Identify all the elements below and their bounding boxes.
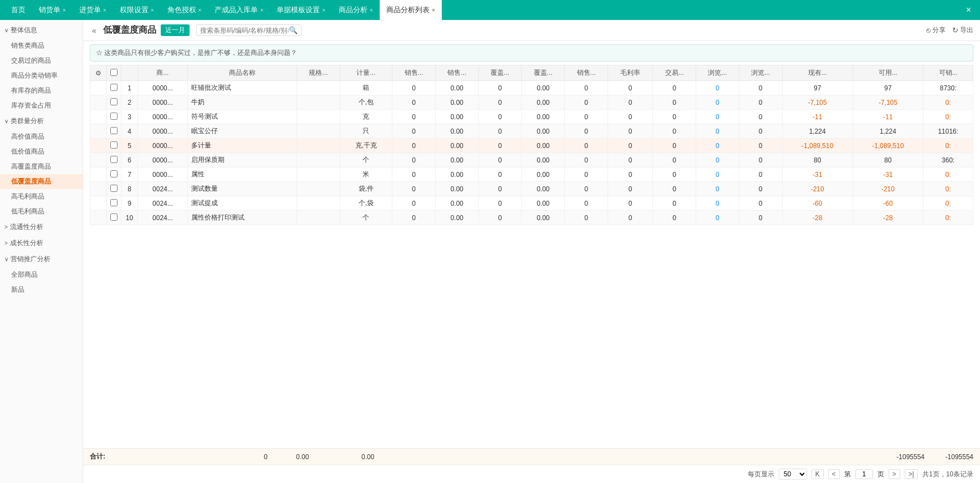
col-browse1[interactable]: 浏览... <box>696 65 739 81</box>
col-product-name[interactable]: 商品名称 <box>187 65 297 81</box>
nav-item-analysis-list[interactable]: 商品分析列表 × <box>380 0 442 20</box>
col-code[interactable]: 商... <box>138 65 188 81</box>
col-sales-qty[interactable]: 销售... <box>392 65 436 81</box>
cell-num: 7 <box>121 167 138 182</box>
nav-item-sales[interactable]: 销货单 × <box>32 0 73 20</box>
page-number-input[interactable] <box>855 469 873 479</box>
close-analysis-icon[interactable]: × <box>370 7 373 13</box>
sidebar-item-category-rate[interactable]: 商品分类动销率 <box>0 68 83 83</box>
cell-check[interactable] <box>107 153 121 167</box>
export-button[interactable]: ↻ 导出 <box>952 26 973 35</box>
sidebar-section-group-analysis[interactable]: ∨ 类群量分析 <box>0 113 83 129</box>
cell-check[interactable] <box>107 95 121 110</box>
close-sales-icon[interactable]: × <box>63 7 66 13</box>
col-spec[interactable]: 规格... <box>297 65 340 81</box>
cell-browse1[interactable]: 0 <box>696 139 739 153</box>
search-icon[interactable]: 🔍 <box>289 26 298 34</box>
cell-browse1[interactable]: 0 <box>696 167 739 182</box>
col-unit[interactable]: 计量... <box>340 65 392 81</box>
sidebar-item-high-value[interactable]: 高价值商品 <box>0 129 83 144</box>
cell-browse1[interactable]: 0 <box>696 81 739 95</box>
col-sales2[interactable]: 销售... <box>565 65 608 81</box>
cell-sales2: 0 <box>565 139 608 153</box>
col-check[interactable] <box>107 65 121 81</box>
sidebar-section-marketing[interactable]: ∨ 营销推广分析 <box>0 251 83 267</box>
nav-item-analysis[interactable]: 商品分析 × <box>332 0 380 20</box>
col-available[interactable]: 可用... <box>853 65 923 81</box>
cell-browse1[interactable]: 0 <box>696 182 739 196</box>
sidebar-item-high-coverage[interactable]: 高覆盖度商品 <box>0 159 83 174</box>
sidebar-item-sales-products[interactable]: 销售类商品 <box>0 38 83 53</box>
sidebar-item-traded-products[interactable]: 交易过的商品 <box>0 53 83 68</box>
cell-check[interactable] <box>107 124 121 139</box>
sidebar-item-stocked-products[interactable]: 有库存的商品 <box>0 83 83 98</box>
search-input[interactable] <box>200 27 289 34</box>
sidebar-item-low-margin[interactable]: 低毛利商品 <box>0 204 83 219</box>
col-gross-rate[interactable]: 毛利率 <box>608 65 652 81</box>
prev-page-button[interactable]: < <box>828 469 840 479</box>
nav-item-template[interactable]: 单据模板设置 × <box>270 0 332 20</box>
last-page-button[interactable]: >| <box>905 469 918 479</box>
cell-browse1[interactable]: 0 <box>696 153 739 167</box>
sidebar-section-overview[interactable]: ∨ 整体信息 <box>0 22 83 38</box>
nav-item-permissions[interactable]: 权限设置 × <box>113 0 161 20</box>
sidebar-item-low-value[interactable]: 低价值商品 <box>0 144 83 159</box>
cell-check[interactable] <box>107 182 121 196</box>
cell-browse1[interactable]: 0 <box>696 110 739 124</box>
row-checkbox-9[interactable] <box>110 213 118 221</box>
table-container[interactable]: ⚙ 商... 商品名称 规格... 计量... 销售... 销售... 覆盖..… <box>83 65 980 448</box>
next-page-button[interactable]: > <box>889 469 900 479</box>
cell-browse1[interactable]: 0 <box>696 211 739 225</box>
row-checkbox-8[interactable] <box>110 199 118 206</box>
sidebar-section-growth[interactable]: > 成长性分析 <box>0 235 83 251</box>
close-analysis-list-icon[interactable]: × <box>432 7 435 13</box>
cell-check[interactable] <box>107 211 121 225</box>
cell-browse1[interactable]: 0 <box>696 95 739 110</box>
row-checkbox-6[interactable] <box>110 170 118 177</box>
sidebar-item-low-coverage[interactable]: 低覆盖度商品 <box>0 174 83 189</box>
col-sales-amt[interactable]: 销售... <box>435 65 478 81</box>
cell-browse1[interactable]: 0 <box>696 196 739 211</box>
col-saleable[interactable]: 可销... <box>923 65 973 81</box>
cell-check[interactable] <box>107 196 121 211</box>
nav-item-roles[interactable]: 角色授权 × <box>161 0 208 20</box>
sidebar-item-high-margin[interactable]: 高毛利商品 <box>0 189 83 204</box>
col-browse2[interactable]: 浏览... <box>739 65 782 81</box>
row-checkbox-7[interactable] <box>110 185 118 192</box>
row-checkbox-3[interactable] <box>110 127 118 134</box>
row-checkbox-4[interactable] <box>110 141 118 149</box>
nav-item-warehouse[interactable]: 产成品入库单 × <box>208 0 270 20</box>
first-page-button[interactable]: K <box>811 469 824 479</box>
row-checkbox-2[interactable] <box>110 113 118 120</box>
close-roles-icon[interactable]: × <box>198 7 202 13</box>
sidebar-item-new-products[interactable]: 新品 <box>0 282 83 297</box>
nav-item-purchase[interactable]: 进货单 × <box>73 0 113 20</box>
cell-check[interactable] <box>107 139 121 153</box>
row-checkbox-5[interactable] <box>110 156 118 163</box>
col-settings[interactable]: ⚙ <box>90 65 107 81</box>
close-purchase-icon[interactable]: × <box>103 7 106 13</box>
cell-browse1[interactable]: 0 <box>696 124 739 139</box>
col-coverage1[interactable]: 覆盖... <box>478 65 522 81</box>
col-coverage2[interactable]: 覆盖... <box>522 65 565 81</box>
row-checkbox-1[interactable] <box>110 98 118 105</box>
col-current-stock[interactable]: 现有... <box>782 65 853 81</box>
close-warehouse-icon[interactable]: × <box>260 7 263 13</box>
collapse-sidebar-button[interactable]: « <box>90 25 99 36</box>
col-trade[interactable]: 交易... <box>653 65 696 81</box>
select-all-checkbox[interactable] <box>110 69 118 76</box>
nav-item-home[interactable]: 首页 <box>4 0 32 20</box>
row-checkbox-0[interactable] <box>110 84 118 91</box>
close-template-icon[interactable]: × <box>322 7 325 13</box>
sidebar-section-liquidity[interactable]: > 流通性分析 <box>0 219 83 235</box>
close-permissions-icon[interactable]: × <box>151 7 154 13</box>
cell-check[interactable] <box>107 167 121 182</box>
cell-check[interactable] <box>107 81 121 95</box>
sidebar-item-inventory-capital[interactable]: 库存资金占用 <box>0 98 83 113</box>
close-all-tabs-button[interactable]: × <box>962 5 976 15</box>
sidebar-item-all-products[interactable]: 全部商品 <box>0 267 83 282</box>
share-button[interactable]: ⎋ 分享 <box>926 26 946 35</box>
time-filter-button[interactable]: 近一月 <box>161 24 190 36</box>
cell-check[interactable] <box>107 110 121 124</box>
page-size-select[interactable]: 50 100 200 <box>779 469 807 480</box>
